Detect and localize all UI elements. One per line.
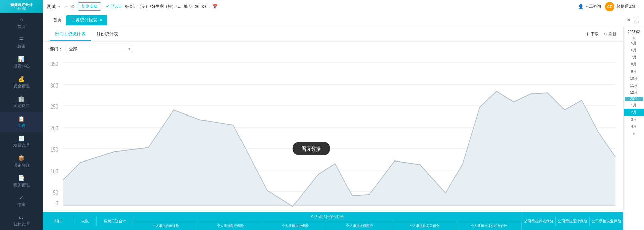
refresh-icon: ↻ bbox=[603, 32, 607, 37]
sidebar-label: 资金管理 bbox=[13, 83, 30, 89]
filter-select-wrapper[interactable]: 全部 ▾ bbox=[66, 45, 133, 53]
right-panel-month-feb[interactable]: 2月 bbox=[624, 109, 644, 116]
tab-home-label: 首页 bbox=[53, 17, 62, 22]
right-panel-month-jan[interactable]: 1月 bbox=[624, 102, 644, 109]
tab-salary-label: 工资统计报表 bbox=[71, 17, 97, 23]
tab-close-icon[interactable]: ✕ bbox=[99, 18, 103, 22]
header-settings-icon[interactable]: ⚙ bbox=[71, 4, 75, 10]
window-expand-button[interactable]: ⛶ bbox=[634, 17, 639, 22]
th-personal-total: 个人承担社保公积金合计 bbox=[457, 222, 522, 230]
sub-tab-dept[interactable]: 部门工资统计表 bbox=[50, 28, 91, 41]
logo-sub: 专业版 bbox=[17, 7, 26, 11]
tab-home[interactable]: 首页 bbox=[48, 14, 66, 26]
sub-tab-monthly[interactable]: 月份统计表 bbox=[91, 28, 123, 41]
right-panel-month-11[interactable]: 11月 bbox=[624, 82, 644, 89]
th-company-medical: 公司承担医疗保险 bbox=[556, 216, 590, 226]
salary-icon: 📋 bbox=[18, 116, 25, 122]
header-add-button[interactable]: + bbox=[64, 3, 68, 10]
header-title: 测试 bbox=[47, 4, 56, 10]
th-personal-group: 个人承担社保公积金 bbox=[133, 212, 522, 222]
home-icon: ⌂ bbox=[20, 17, 23, 23]
ledger-icon: ☰ bbox=[19, 36, 24, 43]
sidebar-item-assets[interactable]: 🏢 固定资产 bbox=[0, 92, 43, 112]
service-button[interactable]: 👤 人工咨询 bbox=[578, 4, 601, 9]
sidebar-item-ledger[interactable]: ☰ 总账 bbox=[0, 33, 43, 53]
sidebar-item-funds[interactable]: 💰 资金管理 bbox=[0, 73, 43, 92]
calendar-icon[interactable]: 📅 bbox=[212, 4, 218, 9]
chart-area: 350 300 250 200 150 100 50 0 bbox=[43, 56, 623, 212]
right-panel-month-apr[interactable]: 4月 bbox=[624, 123, 644, 130]
right-panel-month-7[interactable]: 7月 bbox=[624, 54, 644, 61]
sidebar-label: 税务管理 bbox=[13, 182, 30, 188]
refresh-button[interactable]: ↻ 刷新 bbox=[603, 31, 616, 37]
sub-tab-monthly-label: 月份统计表 bbox=[96, 31, 118, 36]
svg-text:300: 300 bbox=[50, 82, 58, 89]
sidebar-item-salary[interactable]: 📋 工资 bbox=[0, 112, 43, 132]
sidebar-item-settle[interactable]: ✓ 结账 bbox=[0, 191, 43, 211]
switch-old-button[interactable]: 切到旧版 bbox=[78, 2, 101, 11]
account-status: 好会计（专）+好生意（标）+... bbox=[125, 4, 181, 9]
right-panel-month-12[interactable]: 12月 bbox=[624, 89, 644, 96]
download-label: 下载 bbox=[591, 31, 599, 37]
sidebar-item-invoice[interactable]: 🧾 发票管理 bbox=[0, 132, 43, 152]
sidebar-label: 固定资产 bbox=[13, 103, 30, 109]
archive-icon: 🗂 bbox=[19, 215, 24, 221]
tax-icon: 📑 bbox=[18, 175, 25, 181]
th-total-wage: 应发工资合计 bbox=[97, 216, 133, 226]
sidebar: ⌂ 首页 ☰ 总账 📊 报表中心 💰 资金管理 🏢 固定资产 📋 工资 bbox=[0, 13, 43, 230]
right-panel-year: 2023.02 bbox=[624, 29, 644, 35]
download-button[interactable]: ⬇ 下载 bbox=[586, 31, 599, 37]
sidebar-label: 归档管理 bbox=[13, 222, 30, 227]
user-menu[interactable]: CE 轻捷通B组... bbox=[605, 2, 639, 11]
download-icon: ⬇ bbox=[586, 32, 589, 37]
sidebar-item-home[interactable]: ⌂ 首页 bbox=[0, 13, 43, 33]
th-company-unemploy: 公司承担失业保险 bbox=[590, 216, 623, 226]
certified-status: ✔ 已认证 bbox=[106, 4, 122, 9]
right-panel-month-9[interactable]: 9月 bbox=[624, 68, 644, 75]
sub-tab-bar: 部门工资统计表 月份统计表 ⬇ 下载 ↻ 刷新 bbox=[43, 27, 623, 42]
sidebar-label: 总账 bbox=[17, 44, 25, 49]
assets-icon: 🏢 bbox=[18, 96, 25, 102]
right-panel-month-6[interactable]: 6月 bbox=[624, 47, 644, 54]
svg-text:150: 150 bbox=[50, 147, 58, 153]
sidebar-item-archive[interactable]: 🗂 归档管理 bbox=[0, 211, 43, 230]
dept-select[interactable]: 全部 bbox=[66, 45, 133, 53]
right-panel-month-5[interactable]: 5月 bbox=[624, 40, 644, 47]
table-header: 部门 人数 应发工资合计 个人承担社保公积金 个人承担养老保险 个人承担医疗保险… bbox=[43, 212, 623, 230]
svg-text:0: 0 bbox=[56, 200, 58, 206]
right-panel-nav-up[interactable]: ▲ bbox=[632, 35, 636, 40]
th-personal-unemploy: 个人承担失业保险 bbox=[263, 222, 328, 230]
right-panel-month-10[interactable]: 10月 bbox=[624, 75, 644, 82]
filter-label: 部门： bbox=[50, 46, 63, 52]
header-dropdown-arrow[interactable]: ▾ bbox=[58, 4, 60, 9]
service-icon: 👤 bbox=[578, 4, 584, 9]
right-panel-month-mar[interactable]: 3月 bbox=[624, 116, 644, 123]
sidebar-label: 结账 bbox=[17, 202, 25, 208]
right-panel-nav-down[interactable]: ▼ bbox=[632, 131, 636, 136]
tab-salary-report[interactable]: 工资统计报表 ✕ bbox=[66, 15, 107, 25]
th-personal-bigmed: 个人承担大额医疗 bbox=[327, 222, 392, 230]
sidebar-item-sales[interactable]: 📦 进销台账 bbox=[0, 152, 43, 172]
invoice-icon: 🧾 bbox=[18, 135, 25, 142]
sidebar-label: 进销台账 bbox=[13, 163, 30, 168]
th-personal-pension: 个人承担养老保险 bbox=[133, 222, 198, 230]
svg-text:250: 250 bbox=[50, 104, 58, 110]
settle-icon: ✓ bbox=[19, 195, 24, 201]
sidebar-label: 工资 bbox=[17, 123, 25, 129]
th-personal-housing: 个人承担住房公积金 bbox=[392, 222, 457, 230]
window-close-button[interactable]: ✕ bbox=[627, 17, 631, 22]
th-personal-medical: 个人承担医疗保险 bbox=[198, 222, 263, 230]
sidebar-label: 首页 bbox=[17, 24, 25, 30]
funds-icon: 💰 bbox=[18, 76, 25, 82]
logo-text: 畅捷通好会计 bbox=[10, 3, 33, 7]
service-label: 人工咨询 bbox=[585, 4, 601, 9]
sidebar-item-reports[interactable]: 📊 报表中心 bbox=[0, 53, 43, 73]
sales-icon: 📦 bbox=[18, 155, 25, 162]
logo: 畅捷通好会计 专业版 bbox=[0, 0, 43, 13]
right-panel-month-8[interactable]: 8月 bbox=[624, 61, 644, 68]
svg-text:100: 100 bbox=[50, 168, 58, 175]
period-value: 2023-02 bbox=[195, 4, 210, 9]
right-panel: 2023.02 ▲ 5月 6月 7月 8月 9月 10月 11月 12月 202… bbox=[623, 27, 644, 230]
chart-svg: 350 300 250 200 150 100 50 0 bbox=[46, 56, 620, 212]
sidebar-item-tax[interactable]: 📑 税务管理 bbox=[0, 172, 43, 191]
